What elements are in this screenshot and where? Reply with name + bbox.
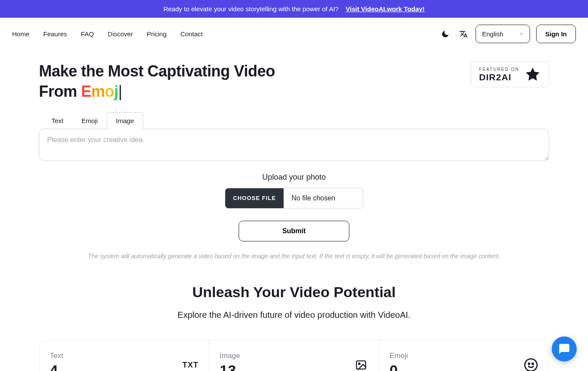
image-icon bbox=[354, 359, 368, 371]
main-content: Make the Most Captivating Video From Emo… bbox=[0, 50, 588, 371]
upload-label: Upload your photo bbox=[39, 173, 549, 182]
stat-card-image: Image 13 bbox=[209, 340, 379, 371]
input-mode-tabs: Text Emoji Image bbox=[39, 112, 549, 129]
nav-features[interactable]: Feaures bbox=[43, 30, 67, 38]
smile-icon bbox=[524, 358, 538, 371]
hero-line1: Make the Most Captivating Video bbox=[39, 62, 275, 80]
tab-image[interactable]: Image bbox=[107, 112, 143, 129]
announcement-banner: Ready to elevate your video storytelling… bbox=[0, 0, 588, 18]
stat-card-emoji: Emoji 0 bbox=[379, 340, 549, 371]
banner-text: Ready to elevate your video storytelling… bbox=[163, 5, 339, 13]
chevron-down-icon bbox=[519, 32, 524, 36]
idea-textarea[interactable] bbox=[39, 129, 549, 161]
chat-icon bbox=[558, 343, 570, 355]
featured-badge[interactable]: FEATURED ON DIR2AI bbox=[471, 61, 549, 87]
translate-button[interactable] bbox=[457, 28, 470, 40]
hero-rainbow-word: Emoj| bbox=[81, 82, 122, 100]
section-title: Unleash Your Video Potential bbox=[39, 284, 549, 301]
featured-badge-brand: DIR2AI bbox=[479, 73, 519, 82]
moon-icon bbox=[441, 30, 450, 38]
main-navbar: Home Feaures FAQ Discover Pricing Contac… bbox=[0, 18, 588, 50]
stat-value: 0 bbox=[390, 362, 408, 371]
section-subtitle: Explore the AI-driven future of video pr… bbox=[39, 310, 549, 320]
stat-card-text: Text 4 TXT bbox=[39, 340, 209, 371]
language-select[interactable]: English bbox=[476, 25, 530, 43]
featured-badge-top: FEATURED ON bbox=[479, 67, 519, 72]
svg-point-4 bbox=[532, 363, 534, 365]
helper-text: The system will automatically generate a… bbox=[39, 253, 549, 260]
nav-links: Home Feaures FAQ Discover Pricing Contac… bbox=[12, 30, 203, 38]
nav-discover[interactable]: Discover bbox=[108, 30, 133, 38]
choose-file-button[interactable]: CHOOSE FILE bbox=[225, 188, 284, 208]
stat-value: 13 bbox=[220, 362, 240, 371]
banner-link[interactable]: Visit VideoAI.work Today! bbox=[346, 5, 425, 13]
hero-row: Make the Most Captivating Video From Emo… bbox=[39, 61, 549, 102]
stat-label: Text bbox=[50, 352, 63, 360]
file-status-text: No file chosen bbox=[284, 188, 343, 208]
sign-in-button[interactable]: Sign In bbox=[536, 25, 576, 43]
svg-point-2 bbox=[525, 359, 537, 371]
chat-fab[interactable] bbox=[552, 336, 577, 361]
rainbow-letter: o bbox=[105, 82, 115, 100]
translate-icon bbox=[459, 30, 468, 38]
rainbow-letter: j bbox=[114, 82, 118, 100]
hero-title: Make the Most Captivating Video From Emo… bbox=[39, 61, 275, 102]
submit-button[interactable]: Submit bbox=[239, 221, 349, 241]
stats-row: Text 4 TXT Image 13 Emoji 0 bbox=[39, 340, 549, 371]
input-area bbox=[39, 129, 549, 162]
nav-pricing[interactable]: Pricing bbox=[147, 30, 166, 38]
svg-point-3 bbox=[528, 363, 530, 365]
typing-cursor: | bbox=[118, 82, 122, 100]
nav-home[interactable]: Home bbox=[12, 30, 29, 38]
star-icon bbox=[524, 66, 541, 82]
rainbow-letter: E bbox=[81, 82, 92, 100]
featured-badge-text: FEATURED ON DIR2AI bbox=[479, 67, 519, 82]
language-selected-value: English bbox=[482, 30, 503, 38]
nav-contact[interactable]: Contact bbox=[180, 30, 203, 38]
stat-label: Emoji bbox=[390, 352, 408, 360]
stat-value: 4 bbox=[50, 362, 63, 371]
stat-label: Image bbox=[220, 352, 240, 360]
tab-text[interactable]: Text bbox=[42, 112, 73, 129]
file-picker[interactable]: CHOOSE FILE No file chosen bbox=[225, 188, 363, 209]
hero-line2-prefix: From bbox=[39, 82, 81, 100]
upload-section: Upload your photo CHOOSE FILE No file ch… bbox=[39, 173, 549, 241]
dark-mode-toggle[interactable] bbox=[439, 28, 451, 40]
nav-faq[interactable]: FAQ bbox=[81, 30, 94, 38]
tab-emoji[interactable]: Emoji bbox=[73, 112, 107, 129]
txt-icon: TXT bbox=[182, 361, 198, 370]
rainbow-letter: m bbox=[91, 82, 105, 100]
nav-right: English Sign In bbox=[439, 25, 576, 43]
svg-point-1 bbox=[358, 363, 360, 365]
